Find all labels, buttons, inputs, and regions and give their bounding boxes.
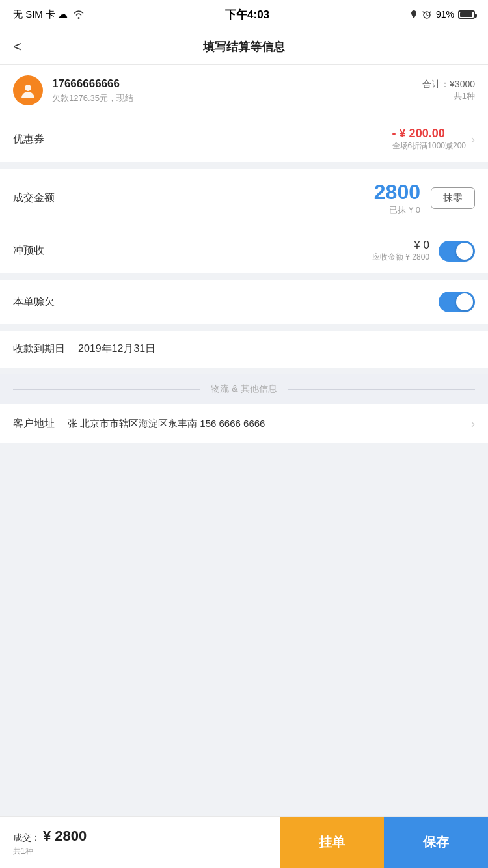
divider-text: 物流 & 其他信息 bbox=[200, 383, 287, 395]
amount-row: 成交金额 2800 已抹 ¥ 0 抹零 bbox=[0, 169, 488, 228]
bottom-summary: 成交： ¥ 2800 共1种 bbox=[0, 828, 280, 857]
no-sim-label: 无 SIM 卡 ☁ bbox=[13, 8, 68, 21]
status-right: 91% bbox=[410, 9, 475, 20]
duedate-value: 2019年12月31日 bbox=[78, 342, 156, 356]
customer-left: 17666666666 欠款1276.35元，现结 bbox=[13, 75, 133, 105]
duedate-label: 收款到期日 bbox=[13, 342, 65, 356]
coupon-chevron-icon: › bbox=[471, 133, 475, 146]
coupon-right: - ¥ 200.00 全场6折满1000减200 › bbox=[392, 127, 475, 152]
bottom-bar: 成交： ¥ 2800 共1种 挂单 保存 bbox=[0, 816, 488, 868]
duedate-section: 收款到期日 2019年12月31日 bbox=[0, 331, 488, 368]
coupon-row[interactable]: 优惠券 - ¥ 200.00 全场6折满1000减200 › bbox=[0, 116, 488, 162]
avatar bbox=[13, 75, 43, 105]
debt-toggle-knob bbox=[456, 293, 473, 310]
amount-section: 成交金额 2800 已抹 ¥ 0 抹零 冲预收 ¥ 0 应收金额 ¥ 2800 bbox=[0, 169, 488, 273]
save-button[interactable]: 保存 bbox=[384, 817, 488, 869]
prepaid-amount-block: ¥ 0 应收金额 ¥ 2800 bbox=[372, 239, 429, 263]
prepaid-amount: ¥ 0 bbox=[372, 239, 429, 252]
status-left: 无 SIM 卡 ☁ bbox=[13, 8, 85, 21]
alarm-icon bbox=[422, 10, 432, 19]
address-label: 客户地址 bbox=[13, 417, 55, 431]
address-chevron-icon: › bbox=[471, 417, 475, 431]
prepaid-toggle[interactable] bbox=[439, 241, 475, 262]
address-section[interactable]: 客户地址 张 北京市市辖区海淀区永丰南 156 6666 6666 › bbox=[0, 404, 488, 443]
prepaid-sub: 应收金额 ¥ 2800 bbox=[372, 252, 429, 263]
gray-fill-area bbox=[0, 450, 488, 554]
location-icon bbox=[410, 10, 418, 19]
avatar-icon bbox=[19, 81, 37, 100]
divider-line-right bbox=[288, 389, 475, 390]
amount-value: 2800 bbox=[374, 180, 420, 204]
customer-sub: 欠款1276.35元，现结 bbox=[52, 92, 133, 104]
coupon-desc: 全场6折满1000减200 bbox=[392, 141, 466, 152]
customer-info: 17666666666 欠款1276.35元，现结 bbox=[52, 77, 133, 104]
debt-toggle[interactable] bbox=[439, 292, 475, 312]
hold-button[interactable]: 挂单 bbox=[280, 817, 384, 869]
prepaid-right: ¥ 0 应收金额 ¥ 2800 bbox=[372, 239, 475, 263]
toggle-knob bbox=[456, 243, 473, 260]
duedate-row: 收款到期日 2019年12月31日 bbox=[13, 342, 475, 356]
logistics-divider: 物流 & 其他信息 bbox=[0, 374, 488, 404]
back-button[interactable]: < bbox=[8, 33, 27, 61]
amount-right: 2800 已抹 ¥ 0 抹零 bbox=[374, 180, 475, 216]
total-label: 合计：¥3000 bbox=[422, 79, 475, 90]
prepaid-row: 冲预收 ¥ 0 应收金额 ¥ 2800 bbox=[0, 228, 488, 273]
svg-point-1 bbox=[25, 85, 31, 91]
customer-row: 17666666666 欠款1276.35元，现结 合计：¥3000 共1种 bbox=[0, 65, 488, 116]
round-button[interactable]: 抹零 bbox=[431, 187, 475, 209]
nav-bar: < 填写结算等信息 bbox=[0, 29, 488, 65]
amount-label: 成交金额 bbox=[13, 191, 55, 205]
debt-label: 本单赊欠 bbox=[13, 295, 55, 309]
customer-phone: 17666666666 bbox=[52, 77, 133, 90]
wifi-icon bbox=[73, 10, 85, 19]
page-title: 填写结算等信息 bbox=[203, 39, 285, 55]
status-time: 下午4:03 bbox=[225, 7, 269, 22]
bottom-count: 共1种 bbox=[13, 846, 267, 857]
bottom-deal-label: 成交： bbox=[13, 832, 40, 843]
total-count: 共1种 bbox=[422, 90, 475, 102]
customer-section: 17666666666 欠款1276.35元，现结 合计：¥3000 共1种 优… bbox=[0, 65, 488, 162]
coupon-discount: - ¥ 200.00 bbox=[392, 127, 466, 141]
bottom-deal: 成交： ¥ 2800 bbox=[13, 828, 267, 845]
customer-right: 合计：¥3000 共1种 bbox=[422, 79, 475, 102]
address-value: 张 北京市市辖区海淀区永丰南 156 6666 6666 bbox=[68, 416, 465, 431]
debt-section: 本单赊欠 bbox=[0, 280, 488, 324]
divider-line-left bbox=[13, 389, 200, 390]
battery-icon bbox=[458, 10, 475, 19]
status-bar: 无 SIM 卡 ☁ 下午4:03 91% bbox=[0, 0, 488, 29]
coupon-label: 优惠券 bbox=[13, 133, 44, 146]
prepaid-label: 冲预收 bbox=[13, 244, 44, 258]
amount-sub: 已抹 ¥ 0 bbox=[374, 204, 420, 216]
battery-percent: 91% bbox=[436, 9, 454, 20]
bottom-deal-amount: ¥ 2800 bbox=[43, 828, 87, 844]
